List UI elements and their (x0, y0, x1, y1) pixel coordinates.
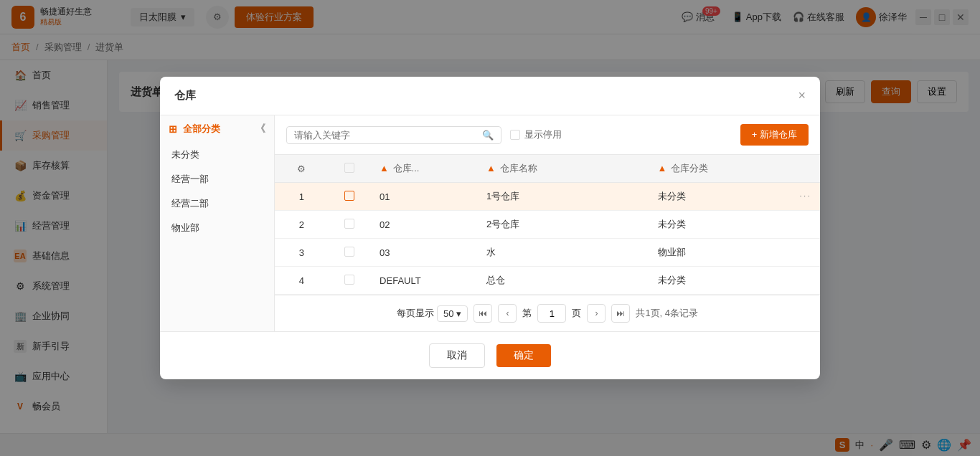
page-total-info: 共1页, 4条记录 (636, 307, 698, 320)
category-sidebar: ⊞ 全部分类 《 未分类 经营一部 经营二部 物业部 (160, 115, 275, 331)
search-box: 🔍 (286, 126, 501, 144)
category-header[interactable]: ⊞ 全部分类 《 (160, 115, 274, 143)
th-gear-icon: ⚙ (297, 163, 306, 174)
td-index: 3 (275, 239, 329, 267)
per-page-label: 每页显示 (397, 307, 434, 320)
pagination-bar: 每页显示 50 ▾ ⏮ ‹ 第 页 › ⏭ 共1页, 4条记录 (275, 295, 820, 331)
dialog-main: 🔍 显示停用 + 新增仓库 ⚙ (275, 115, 820, 331)
td-category: 未分类 (649, 267, 820, 295)
category-item-uncategorized[interactable]: 未分类 (160, 143, 274, 167)
warehouse-table: ⚙ ▲ 仓库... ▲ (275, 155, 820, 295)
td-code: 02 (371, 211, 478, 239)
confirm-button[interactable]: 确定 (496, 344, 551, 367)
search-input[interactable] (294, 130, 482, 141)
category-header-label: 全部分类 (183, 123, 220, 136)
table-header-row: ⚙ ▲ 仓库... ▲ (275, 155, 820, 183)
table-row[interactable]: 2 02 2号仓库 未分类 (275, 211, 820, 239)
warehouse-table-body: 1 01 1号仓库 未分类 ··· 2 02 2号仓库 未分类 3 03 水 物… (275, 183, 820, 295)
page-unit: 页 (572, 307, 581, 320)
td-name: 2号仓库 (478, 211, 649, 239)
th-settings: ⚙ (275, 155, 329, 183)
category-item-ops1[interactable]: 经营一部 (160, 167, 274, 191)
dialog-footer: 取消 确定 (160, 331, 820, 379)
collapse-button[interactable]: 《 (255, 123, 265, 136)
sort-icon-cat: ▲ (658, 163, 667, 174)
td-checkbox[interactable] (329, 267, 372, 295)
td-name: 水 (478, 239, 649, 267)
td-name: 1号仓库 (478, 183, 649, 211)
row-actions[interactable]: ··· (799, 190, 811, 201)
td-checkbox[interactable] (329, 211, 372, 239)
first-page-button[interactable]: ⏮ (473, 304, 492, 323)
td-code: DEFAULT (371, 267, 478, 295)
td-category: 未分类 (649, 211, 820, 239)
cancel-button[interactable]: 取消 (429, 343, 485, 368)
dialog-header: 仓库 × (160, 77, 820, 115)
category-item-property[interactable]: 物业部 (160, 216, 274, 240)
th-code: ▲ 仓库... (371, 155, 478, 183)
show-disabled-label: 显示停用 (524, 128, 562, 141)
row-checkbox[interactable] (344, 275, 354, 285)
page-size-area: 每页显示 50 ▾ (397, 305, 468, 322)
td-index: 2 (275, 211, 329, 239)
search-icon[interactable]: 🔍 (482, 130, 494, 141)
page-input[interactable] (537, 304, 566, 323)
td-category: 物业部 (649, 239, 820, 267)
table-row[interactable]: 3 03 水 物业部 (275, 239, 820, 267)
modal-overlay: 仓库 × ⊞ 全部分类 《 未分类 经营一部 经营二部 物业部 (0, 0, 980, 456)
add-warehouse-button[interactable]: + 新增仓库 (740, 124, 809, 146)
dialog-toolbar: 🔍 显示停用 + 新增仓库 (275, 115, 820, 155)
row-checkbox[interactable] (344, 219, 354, 229)
row-checkbox[interactable] (344, 191, 354, 201)
last-page-button[interactable]: ⏭ (611, 304, 630, 323)
sort-icon-code: ▲ (380, 163, 389, 174)
per-page-dropdown-icon: ▾ (456, 308, 461, 319)
prev-page-button[interactable]: ‹ (498, 304, 517, 323)
warehouse-dialog: 仓库 × ⊞ 全部分类 《 未分类 经营一部 经营二部 物业部 (160, 77, 820, 379)
sort-icon-name: ▲ (486, 163, 496, 174)
td-checkbox[interactable] (329, 183, 372, 211)
td-checkbox[interactable] (329, 239, 372, 267)
next-page-button[interactable]: › (587, 304, 606, 323)
th-checkbox (329, 155, 372, 183)
select-all-checkbox[interactable] (344, 163, 354, 173)
td-index: 4 (275, 267, 329, 295)
td-code: 01 (371, 183, 478, 211)
page-label: 第 (522, 307, 532, 320)
td-name: 总仓 (478, 267, 649, 295)
per-page-select[interactable]: 50 ▾ (437, 305, 468, 322)
td-category: 未分类 ··· (649, 183, 820, 211)
show-disabled-checkbox-area[interactable]: 显示停用 (510, 128, 562, 141)
table-row[interactable]: 1 01 1号仓库 未分类 ··· (275, 183, 820, 211)
row-checkbox[interactable] (344, 247, 354, 257)
show-disabled-checkbox[interactable] (510, 130, 520, 140)
dialog-body: ⊞ 全部分类 《 未分类 经营一部 经营二部 物业部 🔍 (160, 115, 820, 331)
th-category: ▲ 仓库分类 (649, 155, 820, 183)
table-row[interactable]: 4 DEFAULT 总仓 未分类 (275, 267, 820, 295)
td-code: 03 (371, 239, 478, 267)
dialog-title: 仓库 (174, 89, 196, 103)
th-name: ▲ 仓库名称 (478, 155, 649, 183)
td-index: 1 (275, 183, 329, 211)
category-item-ops2[interactable]: 经营二部 (160, 191, 274, 216)
grid-icon: ⊞ (169, 123, 177, 135)
dialog-close-button[interactable]: × (798, 88, 806, 103)
warehouse-table-area: ⚙ ▲ 仓库... ▲ (275, 155, 820, 295)
